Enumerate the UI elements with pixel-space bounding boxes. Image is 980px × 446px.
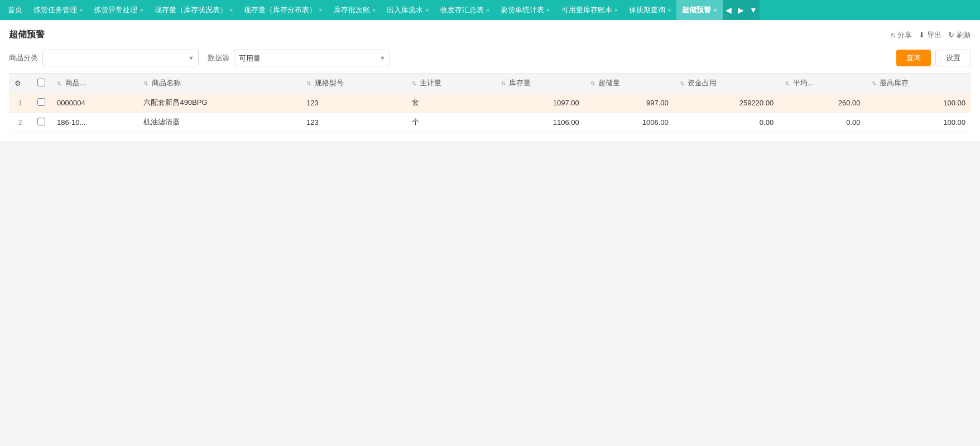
nav-summary[interactable]: 收发存汇总表 × <box>435 0 495 20</box>
filter-actions: 查询 设置 <box>896 50 971 66</box>
table-header: ⚙ ⇅ 商品... ⇅ 商品名称 ⇅ 规格型号 ⇅ <box>9 74 971 93</box>
close-overstock-icon[interactable]: × <box>713 7 717 13</box>
stock-cell-1: 1097.00 <box>496 93 585 113</box>
page-content: 超储预警 ⎋ 分享 ⬇ 导出 ↻ 刷新 商品分类 ▼ <box>0 20 980 141</box>
close-stock-dist-icon[interactable]: × <box>319 7 322 13</box>
header-actions: ⎋ 分享 ⬇ 导出 ↻ 刷新 <box>891 30 971 40</box>
refresh-button[interactable]: ↻ 刷新 <box>948 30 971 40</box>
table-header-row: ⚙ ⇅ 商品... ⇅ 商品名称 ⇅ 规格型号 ⇅ <box>9 74 971 93</box>
close-summary-icon[interactable]: × <box>486 7 489 13</box>
row-index-1: 1 <box>9 93 31 113</box>
query-button[interactable]: 查询 <box>896 50 931 66</box>
sort-capital-icon: ⇅ <box>680 80 684 86</box>
product-name-col-header[interactable]: ⇅ 商品名称 <box>138 74 301 93</box>
datasource-select-wrapper: 可用量 ▼ <box>234 50 390 66</box>
max-stock-cell-1: 100.00 <box>866 93 971 113</box>
nav-pick-task[interactable]: 拣货任务管理 × <box>28 0 88 20</box>
overstock-col-header[interactable]: ⇅ 超储量 <box>585 74 674 93</box>
row-select-checkbox-1[interactable] <box>37 98 45 106</box>
close-available-account-icon[interactable]: × <box>614 7 618 13</box>
product-code-cell-1: 0000004 <box>51 93 138 113</box>
table-row: 2 186-10... 机油滤清器 123 个 1106.00 1006.00 … <box>9 113 971 132</box>
product-code-col-header[interactable]: ⇅ 商品... <box>51 74 138 93</box>
product-name-cell-1: 六配套新昌490BPG <box>138 93 301 113</box>
row-select-checkbox-2[interactable] <box>37 118 45 125</box>
category-select-wrapper: ▼ <box>42 50 199 66</box>
datasource-label: 数据源 <box>208 53 229 63</box>
category-select[interactable] <box>42 50 199 66</box>
product-code-cell-2: 186-10... <box>51 113 138 132</box>
table-row: 1 0000004 六配套新昌490BPG 123 套 1097.00 997.… <box>9 93 971 113</box>
datasource-select[interactable]: 可用量 <box>234 50 390 66</box>
sort-unit-icon: ⇅ <box>412 80 416 86</box>
unit-cell-1: 套 <box>406 93 496 113</box>
export-icon: ⬇ <box>919 31 925 39</box>
close-pick-task-icon[interactable]: × <box>79 7 83 13</box>
settings-button[interactable]: 设置 <box>935 50 971 66</box>
datasource-filter: 数据源 可用量 ▼ <box>208 50 390 66</box>
stock-cell-2: 1106.00 <box>496 113 585 132</box>
nav-home[interactable]: 首页 <box>2 0 28 20</box>
sort-spec-icon: ⇅ <box>306 80 311 86</box>
sort-product-code-icon: ⇅ <box>57 80 61 86</box>
sort-avg-icon: ⇅ <box>785 80 789 86</box>
unit-col-header[interactable]: ⇅ 主计量 <box>406 74 496 93</box>
gear-icon[interactable]: ⚙ <box>15 79 21 88</box>
close-order-stats-icon[interactable]: × <box>546 7 550 13</box>
spec-cell-2: 123 <box>301 113 406 132</box>
close-batch-account-icon[interactable]: × <box>372 7 376 13</box>
nav-available-account[interactable]: 可用量库存账本 × <box>556 0 623 20</box>
overstock-cell-1: 997.00 <box>585 93 674 113</box>
page-header: 超储预警 ⎋ 分享 ⬇ 导出 ↻ 刷新 <box>9 29 971 41</box>
row-checkbox-1 <box>31 93 51 113</box>
nav-order-stats[interactable]: 要货单统计表 × <box>495 0 555 20</box>
capital-cell-1: 259220.00 <box>674 93 779 113</box>
row-index-2: 2 <box>9 113 31 132</box>
share-icon: ⎋ <box>891 31 895 39</box>
product-name-cell-2: 机油滤清器 <box>138 113 301 132</box>
spec-cell-1: 123 <box>301 93 406 113</box>
avg-cell-1: 260.00 <box>779 93 866 113</box>
nav-inout-flow[interactable]: 出入库流水 × <box>381 0 434 20</box>
stock-col-header[interactable]: ⇅ 库存量 <box>496 74 585 93</box>
max-stock-cell-2: 100.00 <box>866 113 971 132</box>
close-expiry-icon[interactable]: × <box>667 7 671 13</box>
sort-stock-icon: ⇅ <box>501 80 506 86</box>
select-all-checkbox[interactable] <box>37 79 45 86</box>
share-button[interactable]: ⎋ 分享 <box>891 30 912 40</box>
unit-cell-2: 个 <box>406 113 496 132</box>
category-filter: 商品分类 ▼ <box>9 50 199 66</box>
sort-max-stock-icon: ⇅ <box>872 80 876 86</box>
nav-overstock[interactable]: 超储预警 × <box>676 0 722 20</box>
nav-batch-account[interactable]: 库存批次账 × <box>328 0 381 20</box>
sort-overstock-icon: ⇅ <box>590 80 595 86</box>
export-button[interactable]: ⬇ 导出 <box>919 30 941 40</box>
checkbox-col-header <box>31 74 51 93</box>
nav-stock-status[interactable]: 现存量（库存状况表） × <box>149 0 238 20</box>
spec-col-header[interactable]: ⇅ 规格型号 <box>301 74 406 93</box>
data-table: ⚙ ⇅ 商品... ⇅ 商品名称 ⇅ 规格型号 ⇅ <box>9 73 971 132</box>
nav-more-button[interactable]: ▼ <box>747 0 760 20</box>
sort-product-name-icon: ⇅ <box>143 80 148 86</box>
nav-stock-dist[interactable]: 现存量（库存分布表） × <box>238 0 328 20</box>
nav-pick-exception[interactable]: 拣货异常处理 × <box>88 0 148 20</box>
capital-col-header[interactable]: ⇅ 资金占用 <box>674 74 779 93</box>
category-label: 商品分类 <box>9 53 38 63</box>
nav-next-button[interactable]: ▶ <box>735 0 747 20</box>
page-title: 超储预警 <box>9 29 45 41</box>
avg-col-header[interactable]: ⇅ 平均... <box>779 74 866 93</box>
top-navigation: 首页 拣货任务管理 × 拣货异常处理 × 现存量（库存状况表） × 现存量（库存… <box>0 0 980 20</box>
settings-col-header: ⚙ <box>9 74 31 93</box>
nav-expiry[interactable]: 保质期查询 × <box>623 0 676 20</box>
close-inout-flow-icon[interactable]: × <box>425 7 429 13</box>
max-stock-col-header[interactable]: ⇅ 最高库存 <box>866 74 971 93</box>
capital-cell-2: 0.00 <box>674 113 779 132</box>
filter-row: 商品分类 ▼ 数据源 可用量 ▼ 查询 设置 <box>9 50 971 66</box>
overstock-cell-2: 1006.00 <box>585 113 674 132</box>
close-stock-status-icon[interactable]: × <box>229 7 233 13</box>
nav-prev-button[interactable]: ◀ <box>723 0 735 20</box>
close-pick-exception-icon[interactable]: × <box>140 7 143 13</box>
avg-cell-2: 0.00 <box>779 113 866 132</box>
refresh-icon: ↻ <box>948 31 954 39</box>
row-checkbox-2 <box>31 113 51 132</box>
